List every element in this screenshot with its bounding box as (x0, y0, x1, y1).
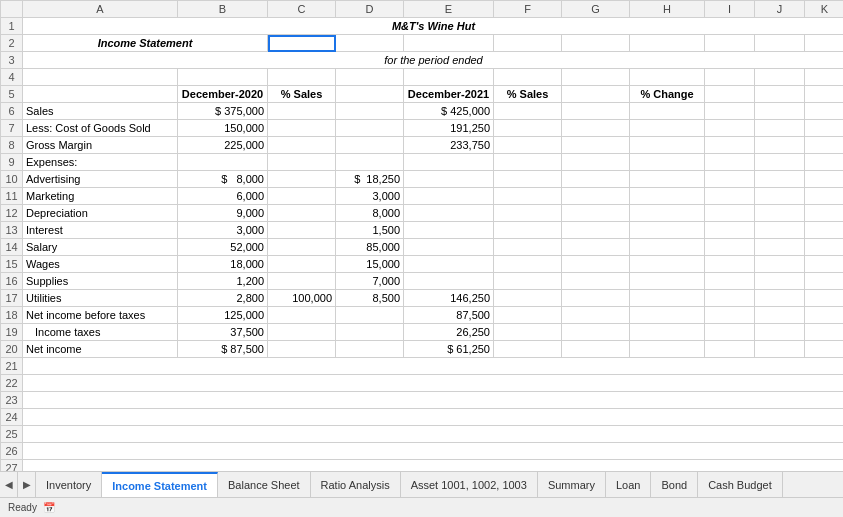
cell-i19[interactable] (705, 324, 755, 341)
cell-f5-pct[interactable]: % Sales (494, 86, 562, 103)
cell-g15[interactable] (562, 256, 630, 273)
cell-i13[interactable] (705, 222, 755, 239)
cell-d10[interactable]: $ 18,250 (336, 171, 404, 188)
col-header-a[interactable]: A (23, 1, 178, 18)
cell-h12[interactable] (630, 205, 705, 222)
cell-a13[interactable]: Interest (23, 222, 178, 239)
cell-i2[interactable] (705, 35, 755, 52)
col-header-g[interactable]: G (562, 1, 630, 18)
cell-f20[interactable] (494, 341, 562, 358)
cell-i10[interactable] (705, 171, 755, 188)
cell-a24[interactable] (23, 409, 844, 426)
cell-k6[interactable] (805, 103, 844, 120)
tab-ratio-analysis[interactable]: Ratio Analysis (311, 472, 401, 497)
cell-h15[interactable] (630, 256, 705, 273)
cell-h4[interactable] (630, 69, 705, 86)
cell-g14[interactable] (562, 239, 630, 256)
cell-e17[interactable]: 146,250 (404, 290, 494, 307)
cell-f2[interactable] (494, 35, 562, 52)
cell-j10[interactable] (755, 171, 805, 188)
cell-a8-gross-margin[interactable]: Gross Margin (23, 137, 178, 154)
cell-b17[interactable]: 2,800 (178, 290, 268, 307)
col-header-k[interactable]: K (805, 1, 844, 18)
cell-f8[interactable] (494, 137, 562, 154)
cell-e18[interactable]: 87,500 (404, 307, 494, 324)
cell-d16[interactable]: 7,000 (336, 273, 404, 290)
cell-a22[interactable] (23, 375, 844, 392)
cell-a10[interactable]: Advertising (23, 171, 178, 188)
cell-k2[interactable] (805, 35, 844, 52)
cell-h17[interactable] (630, 290, 705, 307)
cell-h14[interactable] (630, 239, 705, 256)
cell-i20[interactable] (705, 341, 755, 358)
cell-k5[interactable] (805, 86, 844, 103)
tab-loan[interactable]: Loan (606, 472, 651, 497)
tab-income-statement[interactable]: Income Statement (102, 472, 218, 497)
cell-g17[interactable] (562, 290, 630, 307)
tab-inventory[interactable]: Inventory (36, 472, 102, 497)
cell-g12[interactable] (562, 205, 630, 222)
cell-h16[interactable] (630, 273, 705, 290)
cell-a26[interactable] (23, 443, 844, 460)
cell-j19[interactable] (755, 324, 805, 341)
cell-e5-dec2021[interactable]: December-2021 (404, 86, 494, 103)
tab-nav-next[interactable]: ▶ (18, 472, 36, 497)
cell-a25[interactable] (23, 426, 844, 443)
col-header-c[interactable]: C (268, 1, 336, 18)
cell-c13[interactable] (268, 222, 336, 239)
cell-h2[interactable] (630, 35, 705, 52)
cell-i8[interactable] (705, 137, 755, 154)
cell-d20[interactable] (336, 341, 404, 358)
cell-h6[interactable] (630, 103, 705, 120)
cell-k19[interactable] (805, 324, 844, 341)
cell-e19[interactable]: 26,250 (404, 324, 494, 341)
cell-f12[interactable] (494, 205, 562, 222)
cell-g9[interactable] (562, 154, 630, 171)
cell-h7[interactable] (630, 120, 705, 137)
cell-h11[interactable] (630, 188, 705, 205)
tab-bond[interactable]: Bond (651, 472, 698, 497)
cell-i6[interactable] (705, 103, 755, 120)
cell-i4[interactable] (705, 69, 755, 86)
cell-f16[interactable] (494, 273, 562, 290)
cell-g20[interactable] (562, 341, 630, 358)
cell-d7[interactable] (336, 120, 404, 137)
cell-k11[interactable] (805, 188, 844, 205)
cell-c2[interactable] (268, 35, 336, 52)
cell-f7[interactable] (494, 120, 562, 137)
cell-e2[interactable] (404, 35, 494, 52)
cell-b6[interactable]: $ 375,000 (178, 103, 268, 120)
cell-g7[interactable] (562, 120, 630, 137)
cell-j9[interactable] (755, 154, 805, 171)
tab-asset[interactable]: Asset 1001, 1002, 1003 (401, 472, 538, 497)
cell-d8[interactable] (336, 137, 404, 154)
cell-a23[interactable] (23, 392, 844, 409)
cell-d18[interactable] (336, 307, 404, 324)
cell-g18[interactable] (562, 307, 630, 324)
cell-d13[interactable]: 1,500 (336, 222, 404, 239)
cell-j13[interactable] (755, 222, 805, 239)
cell-a27[interactable] (23, 460, 844, 472)
cell-k12[interactable] (805, 205, 844, 222)
cell-d5[interactable] (336, 86, 404, 103)
cell-a4[interactable] (23, 69, 178, 86)
cell-a12[interactable]: Depreciation (23, 205, 178, 222)
cell-h20[interactable] (630, 341, 705, 358)
cell-k7[interactable] (805, 120, 844, 137)
cell-e7[interactable]: 191,250 (404, 120, 494, 137)
cell-k14[interactable] (805, 239, 844, 256)
cell-i14[interactable] (705, 239, 755, 256)
cell-f19[interactable] (494, 324, 562, 341)
cell-h13[interactable] (630, 222, 705, 239)
cell-e12[interactable] (404, 205, 494, 222)
cell-c14[interactable] (268, 239, 336, 256)
cell-e9[interactable] (404, 154, 494, 171)
cell-g11[interactable] (562, 188, 630, 205)
cell-f6[interactable] (494, 103, 562, 120)
cell-a17[interactable]: Utilities (23, 290, 178, 307)
cell-c4[interactable] (268, 69, 336, 86)
cell-k8[interactable] (805, 137, 844, 154)
cell-e14[interactable] (404, 239, 494, 256)
cell-j7[interactable] (755, 120, 805, 137)
cell-f17[interactable] (494, 290, 562, 307)
